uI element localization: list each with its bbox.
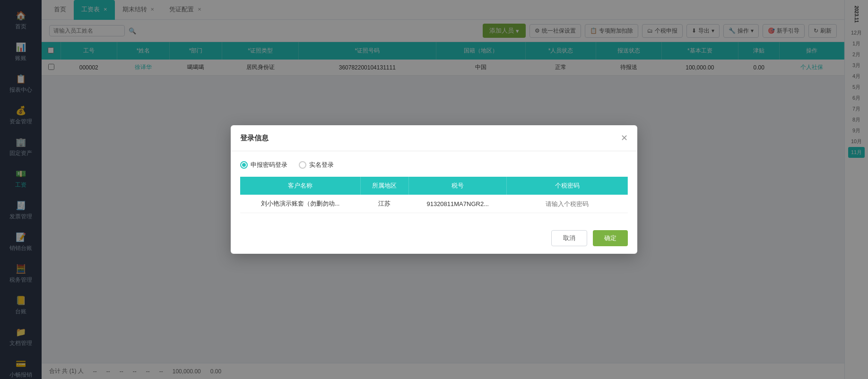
client-name-cell: 刘小艳演示账套（勿删勿动... <box>240 195 360 213</box>
radio-realname-label: 实名登录 <box>309 161 334 169</box>
radio-password-login[interactable]: 申报密码登录 <box>240 161 287 169</box>
col-client-name: 客户名称 <box>240 177 360 195</box>
login-info-dialog: 登录信息 ✕ 申报密码登录 实名登录 <box>231 125 637 254</box>
client-table-row: 刘小艳演示账套（勿删勿动... 江苏 91320811MA7NGR2... <box>240 195 628 213</box>
tax-pwd-cell[interactable] <box>507 195 628 213</box>
tax-pwd-input[interactable] <box>512 200 622 207</box>
col-tax-pwd: 个税密码 <box>507 177 628 195</box>
dialog-overlay: 登录信息 ✕ 申报密码登录 实名登录 <box>0 0 868 379</box>
radio-realname-login[interactable]: 实名登录 <box>299 161 334 169</box>
region-cell: 江苏 <box>360 195 409 213</box>
radio-realname-circle <box>299 161 306 169</box>
confirm-button[interactable]: 确定 <box>593 230 628 246</box>
cancel-button[interactable]: 取消 <box>551 230 587 246</box>
tax-no-cell: 91320811MA7NGR2... <box>409 195 507 213</box>
col-tax-no: 税号 <box>409 177 507 195</box>
client-table: 客户名称 所属地区 税号 个税密码 刘小艳演示账套（勿删勿动... 江苏 913… <box>240 177 628 213</box>
dialog-close-button[interactable]: ✕ <box>621 133 628 143</box>
col-region: 所属地区 <box>360 177 409 195</box>
dialog-header: 登录信息 ✕ <box>231 125 637 151</box>
radio-password-circle <box>240 161 248 169</box>
radio-password-label: 申报密码登录 <box>251 161 287 169</box>
app-container: 🏠 首页 📊 账账 📋 报表中心 💰 资金管理 🏢 固定资产 💵 工资 🧾 发票… <box>0 0 868 379</box>
login-type-radio-group: 申报密码登录 实名登录 <box>240 161 628 169</box>
dialog-body: 申报密码登录 实名登录 客户名称 所属地区 税号 个税密码 <box>231 151 637 223</box>
dialog-footer: 取消 确定 <box>231 223 637 254</box>
dialog-title: 登录信息 <box>240 134 269 143</box>
